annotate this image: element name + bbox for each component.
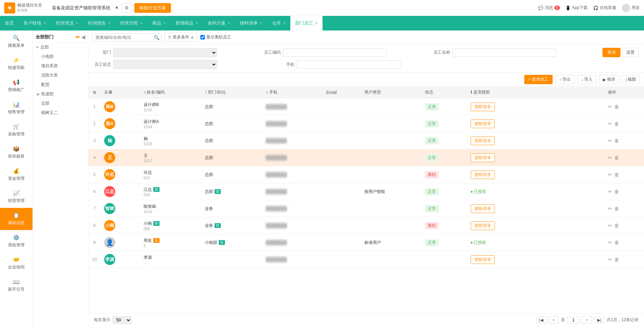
show-resigned-checkbox[interactable] [200,35,205,39]
left-nav-collab[interactable]: 🤝 企业协同 [0,252,33,274]
auth-login-btn[interactable]: 授权登录 [471,136,495,145]
edit-icon[interactable]: ✏ [608,206,612,211]
add-staff-btn[interactable]: + 新增员工 [524,75,553,84]
close-icon[interactable]: × [140,21,143,26]
left-nav-sales[interactable]: 📊 销售管理 [0,97,33,119]
close-icon[interactable]: × [196,21,198,26]
user-btn[interactable]: 用友 [622,4,640,12]
auth-login-btn[interactable]: 授权登录 [471,120,495,128]
left-nav-inventory[interactable]: 📦 库存核算 [0,141,33,164]
auth-login-btn[interactable]: 授权登录 [471,170,495,179]
title-dropdown-icon[interactable]: ▼ [115,5,119,10]
close-icon[interactable]: × [260,21,262,26]
col-settings[interactable]: ⚙ [88,87,101,98]
emp-status-select[interactable] [113,60,217,69]
left-nav-basic[interactable]: 📋 基础信息 [0,208,33,230]
prev-page-btn[interactable]: ＜ [548,316,559,324]
per-page-select[interactable]: 50 100 [112,316,131,324]
auth-login-btn[interactable]: 授权登录 [471,103,495,111]
edit-icon[interactable]: ✏ [608,189,612,194]
auth-login-btn[interactable]: 授权登录 [471,153,495,162]
tab-profit[interactable]: 利润报告 × [83,16,115,30]
close-icon[interactable]: × [315,21,318,26]
dept-tree-zhishu[interactable]: 植树王二 [33,108,88,117]
more-btn[interactable]: | 截图 [622,75,640,84]
emp-code-input[interactable] [283,49,387,57]
show-resigned-check[interactable]: 显示离职员工 [200,34,231,40]
delete-icon[interactable]: 🗑 [614,240,619,245]
tab-history[interactable]: 经营历程 × [115,16,147,30]
delete-icon[interactable]: 🗑 [614,155,619,160]
app-download-btn[interactable]: 📱 App下载 [565,5,588,11]
left-nav-operation[interactable]: 📈 经营管理 [0,186,33,208]
close-icon[interactable]: × [108,21,110,26]
close-icon[interactable]: × [44,21,46,26]
edit-icon[interactable]: ✏ [608,155,612,160]
view-btn[interactable]: ▶ 视录 [599,75,619,84]
col-dept[interactable]: ↕ 部门/职位 [201,87,263,98]
first-page-btn[interactable]: |◀ [536,317,546,324]
import-btn[interactable]: ↓ 导入 [577,75,596,84]
auth-login-btn[interactable]: 授权登录 [471,221,495,230]
edit-icon[interactable]: ✏ [608,240,612,245]
left-nav-marketing[interactable]: 📢 营销推广 [0,75,33,97]
delete-icon[interactable]: 🗑 [614,206,619,211]
close-icon[interactable]: × [283,21,285,26]
tab-add-goods[interactable]: 新增商品 × [171,16,203,30]
left-nav-guide[interactable]: 📖 新手引导 [0,274,33,297]
dept-tree-double[interactable]: ▶ 双虚想 [33,89,88,99]
tab-bom[interactable]: 物料清单 × [235,16,267,30]
close-icon[interactable]: × [163,21,166,26]
edit-icon[interactable]: ✏ [608,223,612,228]
col-name[interactable]: ↕ 姓名/编码 [140,87,201,98]
next-page-btn[interactable]: ＞ [582,316,592,324]
emp-name-input[interactable] [452,49,556,57]
message-btn[interactable]: 💬 消息 5 [538,5,560,11]
delete-icon[interactable]: 🗑 [614,257,619,262]
edit-icon[interactable]: ✏ [608,104,612,109]
set-btn[interactable]: 设置 [623,48,638,57]
tab-customer[interactable]: 客户联络 × [19,16,51,30]
delete-icon[interactable]: 🗑 [614,104,619,109]
search-btn[interactable]: 查询 [602,48,620,57]
edit-icon[interactable]: ✏ [608,121,612,126]
search-icon-btn[interactable]: 🔍 [154,35,160,40]
tab-operation[interactable]: 经营情况 × [51,16,83,30]
settings-button[interactable]: ⚙ [122,3,131,13]
dept-tree-shenyang[interactable]: 沈阳大库 [33,71,88,80]
phone-input[interactable] [297,60,400,69]
dept-edit-icon[interactable]: ✏ [76,34,80,40]
dept-tree-project[interactable]: 项目库房 [33,61,88,71]
col-phone[interactable]: ↕ 手机 [263,87,323,98]
edit-icon[interactable]: ✏ [608,172,612,177]
dept-tree-root-expand[interactable]: ▼ 总部 [33,43,88,52]
edit-icon[interactable]: ✏ [608,138,612,143]
left-nav-purchase[interactable]: 🛒 采购管理 [0,119,33,141]
delete-icon[interactable]: 🗑 [614,172,619,177]
delete-icon[interactable]: 🗑 [614,189,619,194]
tab-home[interactable]: 首页 [0,16,19,30]
more-filter-btn[interactable]: ▽ 更多条件 ∧ [164,33,198,42]
left-nav-finance[interactable]: 💰 资金管理 [0,164,33,186]
auth-login-btn[interactable]: 授权登录 [471,255,495,264]
dept-tree-zongbu[interactable]: 总部 [33,99,88,108]
tab-goods[interactable]: 商品 × [147,16,171,30]
tab-barcode[interactable]: 条码方案 × [203,16,235,30]
dept-tree-xiaodian[interactable]: 小电部 [33,52,88,61]
edit-icon[interactable]: ✏ [608,257,612,262]
last-page-btn[interactable]: ▶| [594,317,605,324]
online-service-btn[interactable]: 🎧 在线客服 [593,5,616,11]
close-icon[interactable]: × [76,21,78,26]
delete-icon[interactable]: 🗑 [614,138,619,143]
trial-button[interactable]: 体验行业方案 [134,3,171,13]
tab-warehouse[interactable]: 仓库 × [267,16,290,30]
left-nav-quick[interactable]: ⚡ 快捷导航 [0,53,33,75]
auth-login-btn[interactable]: 授权登录 [471,204,495,213]
delete-icon[interactable]: 🗑 [614,223,619,228]
delete-icon[interactable]: 🗑 [614,121,619,126]
export-btn[interactable]: ↑ 导出 [555,75,574,84]
close-icon[interactable]: × [228,21,230,26]
dept-collapse-icon[interactable]: ◀ [81,34,85,40]
left-nav-search[interactable]: 🔍 搜索菜单 [0,30,33,53]
page-input[interactable] [567,317,580,324]
